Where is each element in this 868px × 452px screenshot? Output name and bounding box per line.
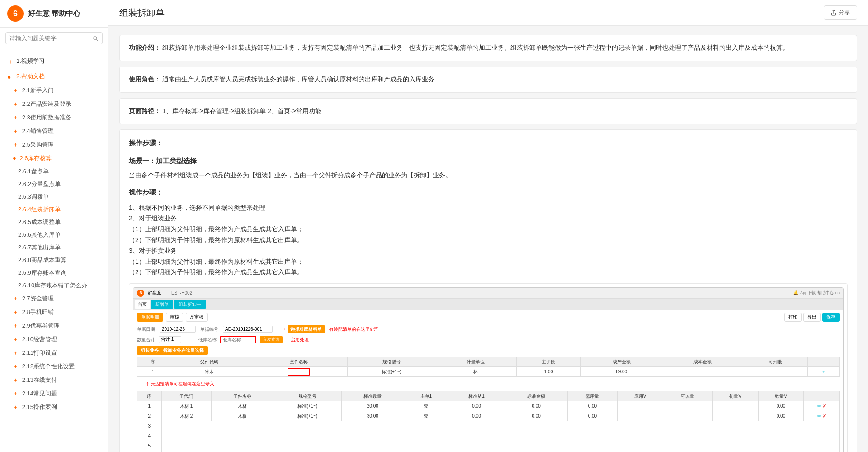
sidebar-item-sales[interactable]: ＋ 2.4销售管理 (13, 124, 108, 138)
plus-icon-sm: ＋ (13, 309, 19, 315)
role-block: 使用角色： 通常由生产人员或库管人员完成拆装业务的操作，库管人员确认原材料的出库… (119, 67, 857, 93)
mock-nav-tabs: 首页 新增单 组装拆卸一 (133, 299, 843, 310)
mock-input-name[interactable] (288, 368, 310, 376)
cell-ops: ＋ (808, 366, 840, 376)
mock-btn-warehouse-select[interactable]: 立发查询 (260, 336, 283, 343)
sidebar-item-video-learning[interactable]: ＋ 1.视频学习 (0, 54, 108, 68)
scell-init (712, 401, 758, 411)
scell-seq: 1 (137, 401, 162, 411)
ops-heading2: 操作步骤： (129, 186, 848, 198)
nav-section-1: ＋ 1.视频学习 (0, 54, 108, 68)
cell-seq: 1 (137, 366, 169, 376)
plus-icon: ＋ (7, 58, 14, 64)
cell-prod: 89.00 (581, 366, 662, 376)
sidebar-item-install[interactable]: ＋ 2.2产品安装及登录 (13, 97, 108, 111)
scell5-empty (161, 441, 839, 451)
scell-u1: 套 (404, 401, 448, 411)
scell2-avail (663, 411, 712, 421)
nav-section-2: ● 2.帮助文档 ＋ 2.1新手入门 ＋ 2.2产品安装及登录 ＋ 2.3使用前… (0, 69, 108, 414)
sidebar-item-inventory[interactable]: ● 2.6库存核算 (13, 152, 108, 165)
cell-add-icon[interactable]: ＋ (821, 369, 826, 374)
mock-btn-audit[interactable]: 审核 (166, 313, 183, 322)
sidebar-item-2-6-1[interactable]: 2.6.1盘点单 (18, 165, 108, 178)
sidebar-item-2-6-10[interactable]: 2.6.10库存账本错了怎么办 (18, 279, 108, 292)
warehouse-label: 仓库名称 (198, 336, 217, 343)
mock-btn-export[interactable]: 导出 (803, 313, 821, 322)
intro-block: 功能介绍： 组装拆卸单用来处理企业组装或拆卸等加工业务，支持有固定装配清单的产品… (119, 35, 857, 61)
sidebar-item-finance[interactable]: ＋ 2.7资金管理 (13, 292, 108, 305)
sidebar-item-data-prep[interactable]: ＋ 2.3使用前数据准备 (13, 111, 108, 124)
scell-edit-icon[interactable]: ✏ (817, 404, 821, 409)
mock-screenshot: 6 好生意 TEST-H002 🔔 App下载 帮助中心 cc 首页 (133, 287, 844, 452)
sidebar-item-2-6-7[interactable]: 2.6.7其他出库单 (18, 241, 108, 254)
scell-ops: ✏ ✗ (804, 401, 840, 411)
mock-btn-save[interactable]: 保存 (822, 313, 840, 322)
scell2-ops: ✏ ✗ (804, 411, 840, 421)
mock-field-count[interactable] (159, 336, 181, 343)
annotation3-area: 组装业务、拆卸业务在这里选择 (137, 346, 840, 355)
mock-icon1: 🔔 (793, 290, 798, 296)
sidebar-item-purchase[interactable]: ＋ 2.5采购管理 (13, 138, 108, 152)
scell2-name: 木板 (211, 411, 274, 421)
sidebar-item-ops-mgmt[interactable]: ＋ 2.10经营管理 (13, 333, 108, 346)
search-box[interactable] (5, 32, 103, 44)
intro-text: 功能介绍： 组装拆卸单用来处理企业组装或拆卸等加工业务，支持有固定装配清单的产品… (129, 43, 848, 53)
plus-icon-sm: ＋ (13, 141, 19, 148)
th-parent-name: 父件名称 (250, 357, 348, 366)
role-body: 通常由生产人员或库管人员完成拆装业务的操作，库管人员确认原材料的出库和产成品的入… (162, 76, 434, 83)
mock-btn-detail[interactable]: 单据明细 (137, 313, 163, 322)
sidebar-item-coupon[interactable]: ＋ 2.9优惠券管理 (13, 319, 108, 333)
th-prod-amt: 成产金额 (581, 357, 662, 366)
scell2-edit-icon[interactable]: ✏ (817, 414, 821, 419)
sidebar-item-2-6-6[interactable]: 2.6.6其他入库单 (18, 228, 108, 241)
mock-tab-home[interactable]: 首页 (135, 300, 150, 309)
sidebar-item-beginner[interactable]: ＋ 2.1新手入门 (13, 84, 108, 97)
mock-btn-unaudit[interactable]: 反审核 (186, 313, 208, 322)
search-input[interactable] (9, 35, 92, 42)
step2-sub2: （2）下部明细为子件明细，最终作为原材料生成其它出库单。 (129, 235, 848, 246)
sidebar-item-2-6-4[interactable]: 2.6.4组装拆卸单 (18, 203, 108, 216)
mock-right-toolbar: 打印 导出 保存 (784, 313, 840, 322)
scell3-empty (161, 421, 839, 431)
nav-sub-items-2: ＋ 2.1新手入门 ＋ 2.2产品安装及登录 ＋ 2.3使用前数据准备 ＋ 2.… (0, 84, 108, 414)
page-title: 组装拆卸单 (119, 7, 165, 19)
sidebar-item-faq[interactable]: ＋ 2.14常见问题 (13, 387, 108, 400)
sidebar-item-2-6-3[interactable]: 2.6.3调拨单 (18, 190, 108, 203)
sidebar-item-help-docs[interactable]: ● 2.帮助文档 (0, 69, 108, 84)
plus-icon-sm: ＋ (13, 404, 19, 410)
sidebar-item-2-6-9[interactable]: 2.6.9库存账本查询 (18, 266, 108, 279)
search-icon (92, 35, 99, 42)
mock-btn-print[interactable]: 打印 (784, 313, 802, 322)
scell2-code: 木材 2 (161, 411, 211, 421)
scell2-qty: 0.00 (758, 411, 804, 421)
mock-tab-action[interactable]: 组装拆卸一 (174, 300, 206, 309)
sidebar-item-personalize[interactable]: ＋ 2.12系统个性化设置 (13, 360, 108, 373)
sth-std-from: 标准从1 (448, 391, 505, 401)
main-content: 组装拆卸单 分享 功能介绍： 组装拆卸单用来处理企业组装或拆卸等加工业务，支持有… (108, 0, 868, 452)
sidebar-item-2-6-2[interactable]: 2.6.2分量盘点单 (18, 178, 108, 190)
scell-std: 20.00 (341, 401, 404, 411)
scell2-seq: 2 (137, 411, 162, 421)
scell-del-icon[interactable]: ✗ (822, 404, 826, 409)
mock-field-no[interactable] (223, 326, 273, 333)
sub-table-row4: 4 (137, 431, 840, 441)
sidebar-item-payment[interactable]: ＋ 2.13在线支付 (13, 373, 108, 387)
sidebar-item-cases[interactable]: ＋ 2.15操作案例 (13, 400, 108, 414)
mock-field-date[interactable] (160, 326, 196, 333)
mock-field-warehouse[interactable] (220, 336, 256, 343)
sidebar-item-mobile[interactable]: ＋ 2.8手机旺铺 (13, 305, 108, 319)
sidebar-item-2-6-8[interactable]: 2.6.8商品成本重算 (18, 254, 108, 266)
sth-std-amt: 标准金额 (505, 391, 567, 401)
logo-area: 6 好生意 帮助中心 (0, 0, 108, 28)
scell2-del-icon[interactable]: ✗ (822, 414, 826, 419)
sidebar-item-print[interactable]: ＋ 2.11打印设置 (13, 346, 108, 360)
cell-qty: 1.00 (516, 366, 581, 376)
share-icon (830, 10, 837, 16)
sidebar-item-2-6-5[interactable]: 2.6.5成本调整单 (18, 216, 108, 228)
share-button[interactable]: 分享 (824, 5, 857, 20)
scell-apply (618, 401, 663, 411)
nav-tree: ＋ 1.视频学习 ● 2.帮助文档 ＋ 2.1新手入门 ＋ 2.2产品安装及登录 (0, 49, 108, 452)
minus-icon-sm: ● (13, 155, 16, 162)
path-block: 页面路径： 1、库存核算->库存管理->组装拆卸单 2、首页->常用功能 (119, 98, 857, 124)
mock-tab-new[interactable]: 新增单 (151, 300, 173, 309)
